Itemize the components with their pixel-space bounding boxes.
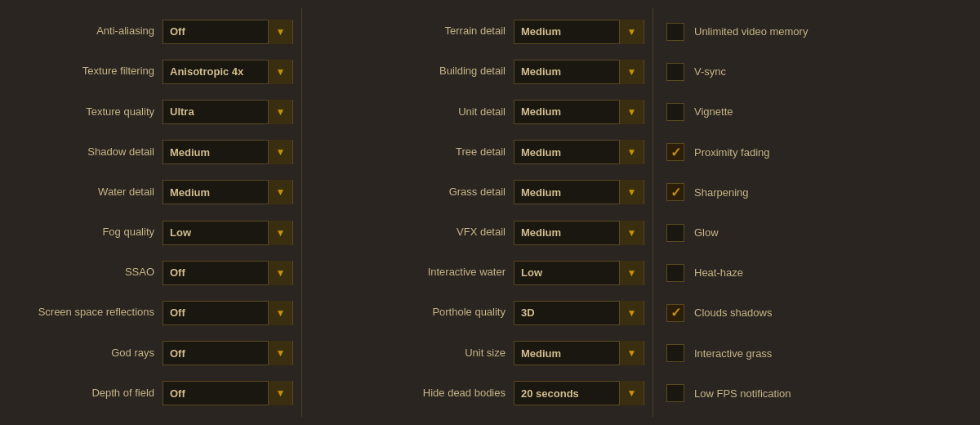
dropdown-value: Low	[514, 266, 619, 279]
dropdown-terrain-detail[interactable]: Medium▼	[514, 20, 644, 44]
dropdown-texture-quality[interactable]: Ultra▼	[163, 100, 293, 124]
checkbox-label: V-sync	[694, 65, 726, 78]
setting-row: Tree detailMedium▼	[310, 134, 644, 170]
dropdown-arrow-icon[interactable]: ▼	[268, 100, 292, 124]
setting-label: VFX detail	[399, 226, 506, 239]
checkbox-heat-haze[interactable]	[666, 264, 684, 282]
dropdown-arrow-icon[interactable]: ▼	[619, 221, 644, 245]
setting-label: Water detail	[56, 186, 154, 199]
checkbox-label: Low FPS notification	[694, 387, 791, 400]
dropdown-value: Low	[163, 226, 268, 239]
dropdown-ssao[interactable]: Off▼	[163, 261, 293, 285]
dropdown-arrow-icon[interactable]: ▼	[619, 140, 644, 164]
checkbox-label: Vignette	[694, 105, 733, 118]
dropdown-arrow-icon[interactable]: ▼	[268, 341, 292, 365]
dropdown-arrow-icon[interactable]: ▼	[619, 100, 644, 124]
setting-row: Terrain detailMedium▼	[310, 14, 644, 50]
dropdown-arrow-icon[interactable]: ▼	[619, 261, 644, 285]
checkbox-proximity-fading[interactable]: ✓	[666, 143, 684, 161]
dropdown-arrow-icon[interactable]: ▼	[268, 20, 292, 44]
setting-label: Texture quality	[56, 105, 154, 119]
checkbox-row: Glow	[662, 215, 972, 251]
dropdown-building-detail[interactable]: Medium▼	[514, 60, 644, 84]
dropdown-texture-filtering[interactable]: Anisotropic 4x▼	[163, 60, 293, 84]
dropdown-arrow-icon[interactable]: ▼	[619, 180, 644, 204]
setting-label: Porthole quality	[399, 306, 506, 320]
dropdown-screen-space-reflections[interactable]: Off▼	[163, 301, 293, 325]
checkbox-row: Low FPS notification	[662, 375, 972, 411]
dropdown-arrow-icon[interactable]: ▼	[619, 301, 644, 325]
checkbox-label: Glow	[694, 226, 719, 239]
column-detail: Terrain detailMedium▼Building detailMedi…	[302, 8, 653, 417]
checkmark-icon: ✓	[670, 305, 681, 320]
dropdown-value: Off	[163, 306, 268, 319]
setting-row: Depth of fieldOff▼	[8, 375, 293, 411]
checkbox-row: ✓Proximity fading	[662, 134, 972, 170]
dropdown-value: Off	[163, 266, 268, 279]
dropdown-value: Off	[163, 25, 268, 38]
dropdown-arrow-icon[interactable]: ▼	[619, 20, 644, 44]
dropdown-arrow-icon[interactable]: ▼	[268, 261, 292, 285]
settings-panel: Anti-aliasingOff▼Texture filteringAnisot…	[0, 0, 980, 425]
checkbox-sharpening[interactable]: ✓	[666, 183, 684, 201]
checkbox-interactive-grass[interactable]	[666, 344, 684, 362]
checkbox-row: ✓Sharpening	[662, 174, 972, 210]
setting-label: Fog quality	[56, 226, 154, 239]
dropdown-arrow-icon[interactable]: ▼	[268, 140, 292, 164]
setting-label: God rays	[56, 347, 154, 360]
checkbox-row: Vignette	[662, 94, 972, 130]
setting-label: Hide dead bodies	[399, 387, 506, 400]
dropdown-grass-detail[interactable]: Medium▼	[514, 180, 644, 204]
dropdown-value: Ultra	[163, 105, 268, 118]
checkbox-glow[interactable]	[666, 224, 684, 242]
setting-label: Grass detail	[399, 186, 506, 199]
dropdown-arrow-icon[interactable]: ▼	[268, 381, 292, 405]
checkbox-vignette[interactable]	[666, 103, 684, 121]
setting-row: Texture qualityUltra▼	[8, 94, 293, 130]
dropdown-arrow-icon[interactable]: ▼	[619, 381, 644, 405]
dropdown-value: Medium	[163, 146, 268, 159]
dropdown-interactive-water[interactable]: Low▼	[514, 261, 644, 285]
checkbox-label: Clouds shadows	[694, 306, 772, 319]
checkbox-v-sync[interactable]	[666, 63, 684, 81]
setting-label: Screen space reflections	[38, 306, 154, 320]
checkbox-low-fps-notification[interactable]	[666, 384, 684, 402]
checkbox-row: Interactive grass	[662, 335, 972, 371]
dropdown-arrow-icon[interactable]: ▼	[619, 60, 644, 84]
dropdown-arrow-icon[interactable]: ▼	[619, 341, 644, 365]
dropdown-porthole-quality[interactable]: 3D▼	[514, 301, 644, 325]
setting-row: VFX detailMedium▼	[310, 215, 644, 251]
dropdown-water-detail[interactable]: Medium▼	[163, 180, 293, 204]
dropdown-unit-detail[interactable]: Medium▼	[514, 100, 644, 124]
dropdown-value: Medium	[514, 146, 619, 159]
dropdown-value: 20 seconds	[514, 387, 619, 400]
setting-label: Texture filtering	[56, 65, 154, 78]
checkbox-row: Unlimited video memory	[662, 14, 972, 50]
dropdown-vfx-detail[interactable]: Medium▼	[514, 221, 644, 245]
column-graphics: Anti-aliasingOff▼Texture filteringAnisot…	[0, 8, 302, 417]
dropdown-anti-aliasing[interactable]: Off▼	[163, 20, 293, 44]
setting-row: Unit sizeMedium▼	[310, 335, 644, 371]
checkbox-label: Sharpening	[694, 186, 749, 199]
setting-label: Terrain detail	[399, 25, 506, 38]
dropdown-god-rays[interactable]: Off▼	[163, 341, 293, 365]
checkbox-unlimited-video-memory[interactable]	[666, 23, 684, 41]
dropdown-fog-quality[interactable]: Low▼	[163, 221, 293, 245]
dropdown-hide-dead-bodies[interactable]: 20 seconds▼	[514, 381, 644, 405]
checkbox-clouds-shadows[interactable]: ✓	[666, 304, 684, 322]
dropdown-unit-size[interactable]: Medium▼	[514, 341, 644, 365]
dropdown-depth-of-field[interactable]: Off▼	[163, 381, 293, 405]
dropdown-value: 3D	[514, 306, 619, 319]
dropdown-arrow-icon[interactable]: ▼	[268, 180, 292, 204]
setting-row: Shadow detailMedium▼	[8, 134, 293, 170]
checkbox-row: ✓Clouds shadows	[662, 295, 972, 331]
dropdown-tree-detail[interactable]: Medium▼	[514, 140, 644, 164]
setting-row: SSAOOff▼	[8, 255, 293, 291]
dropdown-arrow-icon[interactable]: ▼	[268, 301, 292, 325]
setting-row: Anti-aliasingOff▼	[8, 14, 293, 50]
checkbox-row: Heat-haze	[662, 255, 972, 291]
dropdown-arrow-icon[interactable]: ▼	[268, 60, 292, 84]
dropdown-shadow-detail[interactable]: Medium▼	[163, 140, 293, 164]
dropdown-arrow-icon[interactable]: ▼	[268, 221, 292, 245]
setting-row: Hide dead bodies20 seconds▼	[310, 375, 644, 411]
